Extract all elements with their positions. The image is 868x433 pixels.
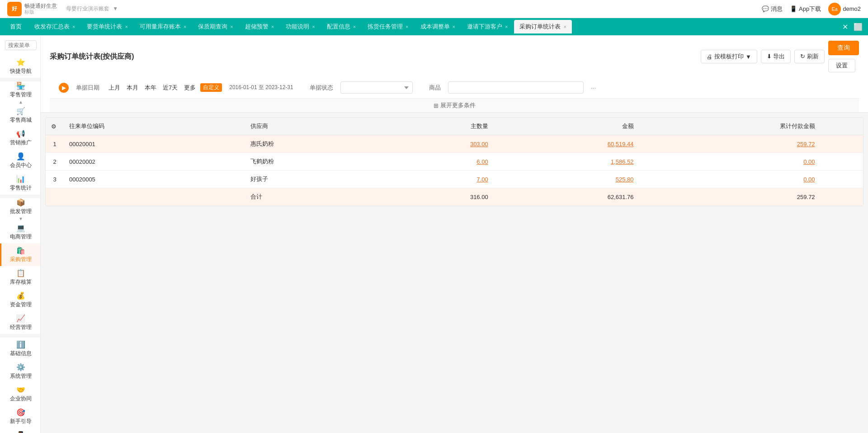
message-button[interactable]: 💬 消息: [762, 5, 783, 13]
row-amount[interactable]: 525.80: [494, 171, 639, 188]
sidebar-item-new-guide[interactable]: 🎯 新手引导: [0, 405, 40, 428]
app-center-icon: 📱: [16, 431, 25, 433]
table-header-row: ⚙ 往来单位编码 供应商 主数量 金额 累计付款金额: [46, 118, 863, 135]
top-bar-left: 好 畅捷通好生意 标版 母婴行业演示账套 ▼: [7, 2, 118, 16]
app-download-button[interactable]: 📱 App下载: [790, 5, 821, 13]
tab-invite-downstream[interactable]: 邀请下游客户 ×: [462, 20, 513, 33]
row-num: 2: [46, 153, 64, 171]
close-icon[interactable]: ×: [312, 24, 315, 29]
nav-maximize-button[interactable]: ⬜: [852, 23, 864, 31]
retail-shop-icon: 🛒: [16, 107, 25, 115]
export-button[interactable]: ⬇ 导出: [761, 50, 791, 63]
sidebar-item-wholesale[interactable]: 📦 批发管理 ▼: [0, 198, 40, 221]
close-icon[interactable]: ×: [563, 24, 566, 29]
finance-icon: 💰: [16, 291, 25, 300]
logo-area: 好 畅捷通好生意 标版: [7, 2, 57, 16]
tab-expiry-query[interactable]: 保质期查询 ×: [193, 20, 238, 33]
tab-stock-book[interactable]: 可用量库存账本 ×: [134, 20, 192, 33]
tab-home[interactable]: 首页: [4, 20, 28, 33]
close-icon[interactable]: ×: [453, 24, 455, 29]
close-icon[interactable]: ×: [505, 24, 508, 29]
sidebar-item-app-center[interactable]: 📱 应用中心: [0, 428, 40, 433]
row-extra: [821, 171, 863, 188]
tab-func-desc[interactable]: 功能说明 ×: [280, 20, 320, 33]
tab-config-info[interactable]: 配置信息 ×: [321, 20, 361, 33]
col-settings-icon[interactable]: ⚙: [51, 123, 57, 130]
sidebar-item-base-info[interactable]: ℹ️ 基础信息: [0, 338, 40, 360]
tab-cost-adjust[interactable]: 成本调整单 ×: [415, 20, 461, 33]
close-icon[interactable]: ×: [353, 24, 356, 29]
shortcut-this-year[interactable]: 本年: [143, 83, 158, 93]
goods-filter-label: 商品: [429, 84, 441, 92]
sidebar-item-ecommerce[interactable]: 💻 电商管理: [0, 221, 40, 243]
settings-button[interactable]: 设置: [828, 59, 855, 72]
status-select[interactable]: [340, 81, 413, 94]
col-settings[interactable]: ⚙: [46, 118, 64, 135]
query-button[interactable]: 查询: [828, 41, 859, 55]
tab-picking-task[interactable]: 拣货任务管理 ×: [362, 20, 414, 33]
expand-bar: ⊞ 展开更多条件: [50, 98, 859, 112]
goods-input[interactable]: [448, 81, 584, 94]
retail-mgmt-icon: 🏪: [16, 81, 25, 90]
data-table-wrap: ⚙ 往来单位编码 供应商 主数量 金额 累计付款金额 1 00020001 惠氏…: [45, 117, 863, 206]
close-icon[interactable]: ×: [125, 24, 127, 29]
row-paid[interactable]: 0.00: [639, 153, 821, 171]
operations-icon: 📈: [16, 314, 25, 323]
sidebar-item-enterprise-collab[interactable]: 🤝 企业协同: [0, 383, 40, 405]
sidebar-item-retail-mgmt[interactable]: 🏪 零售管理 ▲: [0, 81, 40, 104]
wholesale-icon: 📦: [16, 198, 25, 207]
row-extra: [821, 135, 863, 153]
sidebar-item-search[interactable]: [0, 35, 40, 55]
tab-goods-summary[interactable]: 要货单统计表 ×: [81, 20, 133, 33]
col-amount: 金额: [494, 118, 639, 135]
filter-toggle-button[interactable]: ▶: [59, 83, 69, 93]
nav-close-button[interactable]: ✕: [840, 23, 850, 31]
sidebar-item-finance[interactable]: 💰 资金管理: [0, 289, 40, 311]
row-qty[interactable]: 6.00: [380, 153, 494, 171]
expand-button[interactable]: ⊞ 展开更多条件: [434, 101, 476, 109]
shortcut-this-month[interactable]: 本月: [125, 83, 140, 93]
close-icon[interactable]: ×: [72, 24, 75, 29]
tab-overstock[interactable]: 超储预警 ×: [240, 20, 279, 33]
close-icon[interactable]: ×: [406, 24, 408, 29]
sidebar-item-retail-stats[interactable]: 📊 零售统计: [0, 172, 40, 195]
footer-amount: 62,631.76: [494, 188, 639, 206]
sidebar-item-sys-mgmt[interactable]: ⚙️ 系统管理: [0, 360, 40, 383]
tab-purchase-summary[interactable]: 采购订单统计表 ×: [514, 20, 571, 33]
sidebar-item-marketing[interactable]: 📢 营销推广: [0, 127, 40, 149]
refresh-button[interactable]: ↻ 刷新: [794, 50, 825, 63]
close-icon[interactable]: ×: [184, 24, 186, 29]
sidebar-item-inventory[interactable]: 📋 库存核算: [0, 266, 40, 289]
page-title: 采购订单统计表(按供应商): [50, 52, 134, 62]
sidebar-item-shortcut[interactable]: ⭐ 快捷导航: [0, 55, 40, 78]
sidebar-item-purchase[interactable]: 🛍️ 采购管理: [0, 243, 40, 266]
close-icon[interactable]: ×: [271, 24, 274, 29]
sidebar-item-member[interactable]: 👤 会员中心: [0, 149, 40, 172]
page-header: 采购订单统计表(按供应商) 🖨 按模板打印 ▼ ⬇ 导出 ↻ 刷新: [41, 35, 868, 113]
tab-receive-summary[interactable]: 收发存汇总表 ×: [29, 20, 80, 33]
row-paid[interactable]: 0.00: [639, 171, 821, 188]
expand-icon: ⊞: [434, 102, 439, 109]
row-amount[interactable]: 60,519.44: [494, 135, 639, 153]
shortcut-last-month[interactable]: 上月: [107, 83, 122, 93]
status-filter-label: 单据状态: [310, 84, 333, 92]
row-supplier: 飞鹤奶粉: [245, 153, 380, 171]
sidebar-item-operations[interactable]: 📈 经营管理: [0, 311, 40, 334]
shortcut-more[interactable]: 更多: [182, 83, 198, 93]
row-paid[interactable]: 259.72: [639, 135, 821, 153]
row-qty[interactable]: 7.00: [380, 171, 494, 188]
row-qty[interactable]: 303.00: [380, 135, 494, 153]
col-qty: 主数量: [380, 118, 494, 135]
print-button[interactable]: 🖨 按模板打印 ▼: [701, 50, 757, 63]
new-guide-icon: 🎯: [16, 408, 25, 417]
user-avatar[interactable]: Ea demo2: [828, 3, 861, 15]
goods-more-icon[interactable]: ···: [591, 84, 596, 91]
shortcut-7days[interactable]: 近7天: [161, 83, 179, 93]
custom-date-tag[interactable]: 自定义: [200, 83, 222, 92]
sidebar-item-retail-shop[interactable]: 🛒 零售商城: [0, 104, 40, 127]
table-row: 1 00020001 惠氏奶粉 303.00 60,519.44 259.72: [46, 135, 863, 153]
search-input[interactable]: [5, 40, 37, 50]
row-amount[interactable]: 1,586.52: [494, 153, 639, 171]
row-num: 1: [46, 135, 64, 153]
close-icon[interactable]: ×: [230, 24, 233, 29]
